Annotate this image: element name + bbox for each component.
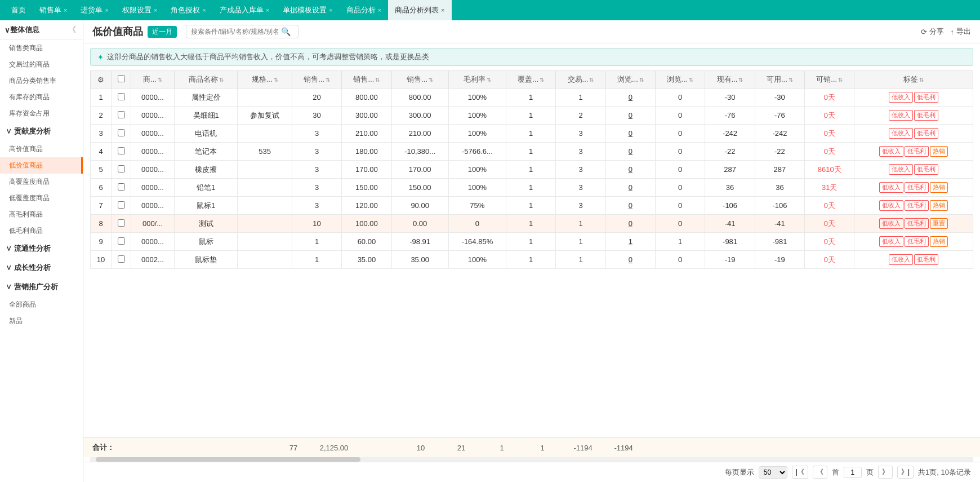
cell-browse1[interactable]: 0 [605,197,655,215]
share-button[interactable]: ⟳ 分享 [921,26,944,37]
col-saleable[interactable]: 可销...⇅ [805,71,854,89]
sidebar-item-high-value[interactable]: 高价值商品 [0,141,83,157]
col-browse2[interactable]: 浏览...⇅ [656,71,705,89]
table-row[interactable]: 10 0002... 鼠标垫 1 35.00 35.00 100% 1 1 0 … [91,251,973,269]
table-row[interactable]: 6 0000... 铅笔1 3 150.00 150.00 100% 1 3 0… [91,179,973,197]
table-row[interactable]: 8 000/... 测试 10 100.00 0.00 0 1 1 0 0 -4… [91,215,973,233]
col-browse1[interactable]: 浏览...⇅ [605,71,655,89]
browse1-link[interactable]: 0 [629,129,632,138]
close-icon[interactable]: × [105,7,108,14]
search-input[interactable] [191,28,281,36]
col-name[interactable]: 商品名称⇅ [175,71,238,89]
row-checkbox[interactable] [118,147,125,154]
close-icon[interactable]: × [329,7,332,14]
cell-browse1[interactable]: 0 [605,251,655,269]
nav-tab-template[interactable]: 单据模板设置 × [276,0,339,20]
cell-browse1[interactable]: 0 [605,89,655,107]
nav-tab-permission[interactable]: 权限设置 × [115,0,164,20]
first-page-btn[interactable]: |《 [792,466,808,479]
sidebar-group-marketing[interactable]: ∨ 营销推广分析 [0,277,83,297]
browse1-link[interactable]: 0 [629,183,632,192]
sidebar-item-category-rate[interactable]: 商品分类销售率 [0,73,83,89]
sidebar-item-low-margin[interactable]: 低毛利商品 [0,223,83,239]
sidebar-item-low-coverage[interactable]: 低覆盖度商品 [0,190,83,206]
period-badge[interactable]: 近一月 [148,26,177,38]
row-checkbox[interactable] [118,93,125,100]
col-spec[interactable]: 规格...⇅ [238,71,292,89]
sidebar-group-circulation[interactable]: ∨ 流通性分析 [0,239,83,258]
col-current[interactable]: 现有...⇅ [705,71,755,89]
sidebar-item-high-margin[interactable]: 高毛利商品 [0,206,83,223]
cell-checkbox[interactable] [112,107,131,125]
close-icon[interactable]: × [202,7,206,14]
col-sales2[interactable]: 销售...⇅ [342,71,391,89]
nav-tab-sales[interactable]: 销售单 × [33,0,74,20]
close-icon[interactable]: × [154,7,157,14]
col-code[interactable]: 商...⇅ [131,71,174,89]
table-row[interactable]: 4 0000... 笔记本 535 3 180.00 -10,380... -5… [91,143,973,161]
table-row[interactable]: 7 0000... 鼠标1 3 120.00 90.00 75% 1 3 0 0… [91,197,973,215]
sidebar-item-high-coverage[interactable]: 高覆盖度商品 [0,174,83,190]
sidebar-group-overall[interactable]: ∨ 整体信息 [5,23,39,37]
table-row[interactable]: 5 0000... 橡皮擦 3 170.00 170.00 100% 1 3 0… [91,161,973,179]
table-row[interactable]: 9 0000... 鼠标 1 60.00 -98.91 -164.85% 1 1… [91,233,973,251]
browse1-link[interactable]: 0 [629,111,632,120]
row-checkbox[interactable] [118,111,125,118]
row-checkbox[interactable] [118,219,125,227]
cell-browse1[interactable]: 0 [605,125,655,143]
browse1-link[interactable]: 0 [629,219,632,228]
page-number-input[interactable] [844,467,862,478]
per-page-select[interactable]: 50 100 200 [759,466,787,479]
browse1-link[interactable]: 0 [629,201,632,210]
export-button[interactable]: ↑ 导出 [951,26,972,37]
cell-browse1[interactable]: 0 [605,161,655,179]
sidebar-item-inventory-capital[interactable]: 库存资金占用 [0,105,83,122]
nav-tab-role[interactable]: 角色授权 × [164,0,212,20]
col-sales3[interactable]: 销售...⇅ [391,71,448,89]
col-settings[interactable]: ⚙ [91,71,112,89]
cell-checkbox[interactable] [112,161,131,179]
cell-checkbox[interactable] [112,179,131,197]
row-checkbox[interactable] [118,165,125,173]
cell-checkbox[interactable] [112,125,131,143]
col-sales1[interactable]: 销售...⇅ [292,71,341,89]
sidebar-item-sales-products[interactable]: 销售类商品 [0,40,83,56]
browse1-link[interactable]: 0 [629,165,632,174]
sidebar-item-low-value[interactable]: 低价值商品 [0,157,83,174]
row-checkbox[interactable] [118,183,125,191]
close-icon[interactable]: × [378,7,381,14]
cell-checkbox[interactable] [112,233,131,251]
cell-checkbox[interactable] [112,89,131,107]
cell-checkbox[interactable] [112,197,131,215]
browse1-link[interactable]: 0 [629,147,632,156]
last-page-btn[interactable]: 》| [897,466,914,479]
nav-home[interactable]: 首页 [5,0,33,20]
sidebar-item-traded[interactable]: 交易过的商品 [0,56,83,73]
search-box[interactable]: 🔍 [186,25,299,38]
nav-tab-product-list[interactable]: 商品分析列表 × [388,0,451,20]
close-icon[interactable]: × [64,7,67,14]
search-icon[interactable]: 🔍 [281,27,291,36]
col-trade[interactable]: 交易...⇅ [556,71,605,89]
table-wrapper[interactable]: ⚙ 商...⇅ 商品名称⇅ 规格...⇅ 销售...⇅ 销售...⇅ 销售...… [83,70,980,437]
row-checkbox[interactable] [118,201,125,209]
col-coverage[interactable]: 覆盖...⇅ [506,71,556,89]
row-checkbox[interactable] [118,129,125,136]
select-all-checkbox[interactable] [118,75,125,82]
nav-tab-product-analysis[interactable]: 商品分析 × [340,0,388,20]
cell-browse1[interactable]: 0 [605,143,655,161]
browse1-link[interactable]: 0 [629,255,632,264]
nav-tab-inbound[interactable]: 产成品入库单 × [213,0,276,20]
col-available[interactable]: 可用...⇅ [755,71,804,89]
browse1-link[interactable]: 1 [629,237,632,246]
row-checkbox[interactable] [118,237,125,245]
cell-checkbox[interactable] [112,251,131,269]
sidebar-collapse-btn[interactable]: 《 [66,24,78,36]
close-icon[interactable]: × [266,7,269,14]
row-checkbox[interactable] [118,255,125,263]
sidebar-item-new-products[interactable]: 新品 [0,313,83,329]
cell-browse1[interactable]: 0 [605,179,655,197]
nav-tab-purchase[interactable]: 进货单 × [74,0,115,20]
sidebar-group-contribution[interactable]: ∨ 贡献度分析 [0,122,83,141]
cell-browse1[interactable]: 0 [605,107,655,125]
